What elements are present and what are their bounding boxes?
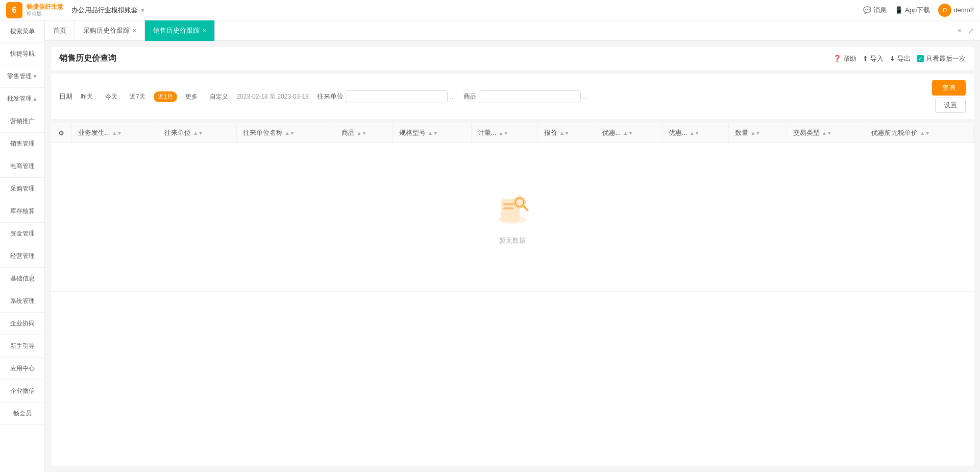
tab-purchase-history-close[interactable]: × — [133, 27, 136, 34]
sidebar-item-enterprise[interactable]: 企业协同 — [0, 313, 44, 335]
sidebar-item-label: 应用中心 — [10, 364, 35, 373]
sort-icon: ▲▼ — [112, 131, 122, 135]
sidebar-item-quick-nav[interactable]: 快捷导航 — [0, 43, 44, 65]
empty-state-icon — [492, 189, 533, 230]
partner-select-btn[interactable]: ... — [450, 93, 455, 101]
partner-label: 往来单位 — [317, 92, 344, 101]
tab-sales-history-label: 销售历史价跟踪 — [153, 26, 200, 35]
sidebar-item-app-center[interactable]: 应用中心 — [0, 358, 44, 380]
th-price[interactable]: 报价 ▲▼ — [537, 123, 596, 143]
date-btn-yesterday[interactable]: 昨天 — [77, 91, 97, 102]
export-button[interactable]: ⬇ 导出 — [890, 54, 911, 63]
sidebar-item-marketing[interactable]: 营销推广 — [0, 110, 44, 133]
sidebar-item-label: 企业微信 — [10, 387, 35, 395]
tab-purchase-history[interactable]: 采购历史价跟踪 × — [75, 20, 145, 41]
sort-icon: ▲▼ — [193, 131, 203, 135]
partner-input[interactable] — [346, 90, 448, 103]
sidebar-item-finance[interactable]: 资金管理 — [0, 223, 44, 245]
main-layout: 搜索菜单 快捷导航 零售管理 ▼ 批发管理 ▲ 营销推广 销售管理 电商管理 采… — [0, 20, 980, 472]
th-partner-name[interactable]: 往来单位名称 ▲▼ — [236, 123, 335, 143]
gear-icon: ⚙ — [58, 129, 64, 137]
tabs-bar: 首页 采购历史价跟踪 × 销售历史价跟踪 × × ⤢ — [45, 20, 980, 41]
brand-sub: 标准版 — [27, 11, 63, 17]
page-header-actions: ❓ 帮助 ⬆ 导入 ⬇ 导出 ✓ 只看最后一次 — [833, 54, 966, 63]
date-btn-custom[interactable]: 自定义 — [206, 91, 232, 102]
sidebar-item-sales-mgmt[interactable]: 销售管理 — [0, 133, 44, 155]
sidebar-item-system[interactable]: 系统管理 — [0, 290, 44, 313]
user-name: demo2 — [953, 6, 974, 14]
sidebar-item-retail-mgmt[interactable]: 零售管理 ▼ — [0, 65, 44, 88]
logo-icon: 6 — [6, 2, 22, 18]
content-area: 首页 采购历史价跟踪 × 销售历史价跟踪 × × ⤢ 销售历史价查询 — [45, 20, 980, 472]
sidebar-item-purchase-mgmt[interactable]: 采购管理 — [0, 178, 44, 200]
sidebar-item-basic-info[interactable]: 基础信息 — [0, 268, 44, 290]
export-icon: ⬇ — [890, 55, 895, 62]
help-icon: ❓ — [833, 55, 841, 62]
sort-icon: ▲▼ — [822, 131, 832, 135]
th-quantity[interactable]: 数量 ▲▼ — [729, 123, 787, 143]
goods-input[interactable] — [479, 90, 581, 103]
app-select[interactable]: 办公用品行业模拟账套 ▼ — [67, 4, 150, 17]
sidebar-item-label: 搜索菜单 — [10, 27, 35, 36]
sidebar-item-member[interactable]: 畅会员 — [0, 403, 44, 425]
sidebar-item-guide[interactable]: 新手引导 — [0, 335, 44, 358]
date-btn-7days[interactable]: 近7天 — [126, 91, 150, 102]
th-unit[interactable]: 计量... ▲▼ — [471, 123, 537, 143]
th-partner-code[interactable]: 往来单位 ▲▼ — [158, 123, 236, 143]
query-button[interactable]: 查询 — [932, 80, 966, 96]
message-icon: 💬 — [863, 6, 871, 14]
th-gear[interactable]: ⚙ — [51, 123, 71, 143]
sort-icon: ▲▼ — [920, 131, 930, 135]
th-discount2[interactable]: 优惠... ▲▼ — [662, 123, 728, 143]
chevron-down-icon: ▼ — [33, 74, 38, 79]
sidebar-item-label: 经营管理 — [10, 252, 35, 261]
close-all-button[interactable]: × — [955, 25, 964, 37]
sidebar-item-search-menu[interactable]: 搜索菜单 — [0, 20, 44, 43]
import-button[interactable]: ⬆ 导入 — [863, 54, 884, 63]
sidebar-item-label: 快捷导航 — [10, 50, 35, 58]
topbar-left: 6 畅捷信好生意 标准版 办公用品行业模拟账套 ▼ — [6, 2, 150, 18]
user-profile[interactable]: D demo2 — [938, 4, 974, 17]
sidebar-item-wholesale-mgmt[interactable]: 批发管理 ▲ — [0, 88, 44, 110]
sidebar-item-inventory[interactable]: 库存核算 — [0, 200, 44, 223]
sort-icon: ▲▼ — [559, 131, 570, 135]
goods-filter-group: 商品 ... — [463, 90, 589, 103]
partner-filter-group: 往来单位 ... — [317, 90, 455, 103]
table-header-row: ⚙ 业务发生... ▲▼ 往来单位 — [51, 123, 974, 143]
help-button[interactable]: ❓ 帮助 — [833, 54, 856, 63]
tab-sales-history[interactable]: 销售历史价跟踪 × — [145, 20, 215, 41]
date-btn-1month[interactable]: 近1月 — [154, 91, 178, 102]
only-last-checkbox[interactable]: ✓ 只看最后一次 — [917, 54, 966, 63]
filter-bar: 日期 昨天 今天 近7天 近1月 更多 自定义 2023-02-18 至 202… — [51, 74, 974, 119]
sort-icon: ▲▼ — [690, 131, 700, 135]
sort-icon: ▲▼ — [428, 131, 438, 135]
topbar-right: 💬 消息 📱 App下载 D demo2 — [863, 4, 974, 17]
empty-state: 暂无数据 — [57, 148, 968, 286]
page-title: 销售历史价查询 — [59, 53, 116, 64]
th-biz-date[interactable]: 业务发生... ▲▼ — [71, 123, 158, 143]
msg-button[interactable]: 💬 消息 — [863, 6, 887, 15]
import-icon: ⬆ — [863, 55, 868, 62]
th-pre-tax-price[interactable]: 优惠前无税单价 ▲▼ — [865, 123, 974, 143]
tabs-actions: × ⤢ — [955, 25, 980, 37]
tab-sales-history-close[interactable]: × — [203, 27, 206, 34]
sort-icon: ▲▼ — [357, 131, 367, 135]
sidebar: 搜索菜单 快捷导航 零售管理 ▼ 批发管理 ▲ 营销推广 销售管理 电商管理 采… — [0, 20, 45, 472]
th-discount1[interactable]: 优惠... ▲▼ — [596, 123, 662, 143]
date-btn-today[interactable]: 今天 — [101, 91, 121, 102]
goods-select-btn[interactable]: ... — [583, 93, 589, 101]
th-spec[interactable]: 规格型号 ▲▼ — [393, 123, 471, 143]
app-download-button[interactable]: 📱 App下载 — [895, 6, 930, 15]
sidebar-item-enterprise-wechat[interactable]: 企业微信 — [0, 380, 44, 403]
sort-icon: ▲▼ — [285, 131, 295, 135]
sidebar-item-label: 销售管理 — [10, 139, 35, 148]
date-btn-more[interactable]: 更多 — [181, 91, 202, 102]
sidebar-item-ecommerce[interactable]: 电商管理 — [0, 155, 44, 178]
sidebar-item-operations[interactable]: 经营管理 — [0, 245, 44, 268]
th-trade-type[interactable]: 交易类型 ▲▼ — [787, 123, 865, 143]
th-goods[interactable]: 商品 ▲▼ — [335, 123, 393, 143]
date-range-display: 2023-02-18 至 2023-03-18 — [236, 92, 308, 101]
maximize-button[interactable]: ⤢ — [966, 25, 976, 37]
tab-home[interactable]: 首页 — [45, 20, 75, 41]
settings-button[interactable]: 设置 — [935, 98, 966, 113]
